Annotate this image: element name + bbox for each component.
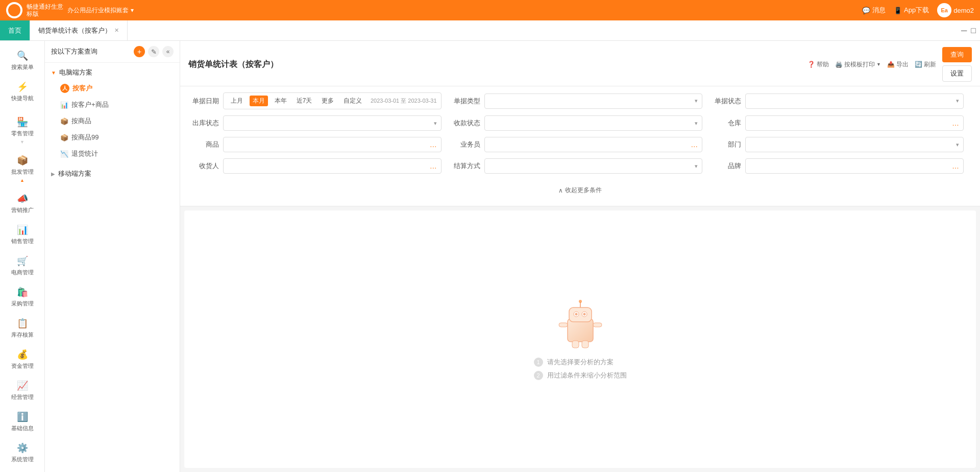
return-stats-icon: 📉 [60, 150, 68, 158]
user-profile[interactable]: Ea demo2 [937, 3, 974, 17]
query-button[interactable]: 查询 [942, 47, 972, 62]
report-area: 销货单统计表（按客户） ❓ 帮助 🖨️ 按模板打印 ▼ [180, 41, 980, 472]
window-minimize-icon[interactable]: ─ [961, 26, 967, 35]
print-button[interactable]: 🖨️ 按模板打印 ▼ [835, 60, 881, 69]
order-type-control[interactable]: ▾ [484, 93, 703, 109]
goods-control[interactable]: … [223, 137, 442, 152]
svg-rect-11 [582, 341, 589, 348]
schema-item-by-customer-goods[interactable]: 📊 按客户+商品 [45, 97, 180, 113]
filter-item-receiver: 收货人 … [188, 158, 450, 174]
export-button[interactable]: 📤 导出 [887, 60, 909, 69]
filter-item-goods: 商品 … [188, 137, 450, 152]
collapse-filters-button[interactable]: ∧ 收起更多条件 [555, 183, 605, 198]
warehouse-control[interactable]: … [745, 115, 964, 131]
filter-item-brand: 品牌 … [710, 158, 972, 174]
sidebar-item-retail[interactable]: 🏪 零售管理 ▼ [0, 111, 44, 150]
receiver-dots-icon[interactable]: … [430, 162, 437, 170]
warehouse-dots-icon[interactable]: … [952, 119, 959, 127]
date-btn-7days[interactable]: 近7天 [293, 96, 315, 106]
system-icon: ⚙️ [17, 442, 28, 454]
settings-button[interactable]: 设置 [942, 65, 972, 82]
help-button[interactable]: ❓ 帮助 [807, 60, 829, 69]
collapse-panel-button[interactable]: « [162, 46, 174, 57]
date-btn-this-year[interactable]: 本年 [272, 96, 290, 106]
left-panel: 按以下方案查询 + ✎ « ▼ 电脑端方案 人 按客户 [45, 41, 180, 472]
schema-group-mobile: ▶ 移动端方案 [45, 164, 180, 183]
account-selector[interactable]: 办公用品行业模拟账套 ▾ [67, 6, 134, 15]
date-btn-custom[interactable]: 自定义 [340, 96, 365, 106]
dept-chevron-icon: ▾ [956, 141, 959, 148]
salesperson-control[interactable]: … [484, 137, 703, 152]
sidebar-item-sales[interactable]: 📊 销售管理 [0, 219, 44, 250]
sidebar-item-search-menu[interactable]: 🔍 搜索菜单 [0, 45, 44, 76]
tab-home[interactable]: 首页 [0, 20, 30, 40]
add-schema-button[interactable]: + [134, 46, 145, 57]
ecommerce-icon: 🛒 [17, 255, 28, 267]
brand-label: 品牌 [710, 161, 741, 171]
sidebar-item-inventory[interactable]: 📋 库存核算 [0, 313, 44, 344]
report-toolbar: ❓ 帮助 🖨️ 按模板打印 ▼ 📤 导出 [807, 47, 972, 82]
app-download-button[interactable]: 📱 App下载 [894, 6, 929, 15]
window-maximize-icon[interactable]: □ [971, 26, 976, 35]
print-icon: 🖨️ [835, 61, 843, 68]
print-expand-icon: ▼ [876, 62, 881, 67]
message-button[interactable]: 💬 消息 [862, 6, 886, 15]
filter-item-order-type: 单据类型 ▾ [450, 93, 711, 109]
help-icon: ❓ [807, 61, 815, 68]
schema-group-desktop: ▼ 电脑端方案 人 按客户 📊 按客户+商品 📦 按商品 [45, 63, 180, 164]
receiver-control[interactable]: … [223, 158, 442, 174]
order-status-label: 单据状态 [710, 97, 741, 106]
schema-group-mobile-header[interactable]: ▶ 移动端方案 [45, 166, 180, 181]
date-range-control[interactable]: 上月 本月 本年 近7天 更多 自定义 2023-03-01 至 2023-03… [223, 92, 442, 109]
salesperson-dots-icon[interactable]: … [691, 140, 698, 149]
sidebar-item-ecommerce[interactable]: 🛒 电商管理 [0, 250, 44, 281]
wholesale-icon: 📦 [17, 155, 28, 166]
date-btn-this-month[interactable]: 本月 [250, 96, 268, 106]
settlement-label: 结算方式 [450, 161, 480, 171]
payment-control[interactable]: ▾ [484, 115, 703, 131]
edit-schema-button[interactable]: ✎ [148, 46, 159, 57]
dept-control[interactable]: ▾ [745, 137, 964, 152]
date-btn-last-month[interactable]: 上月 [228, 96, 246, 106]
sidebar-item-marketing[interactable]: 📣 营销推广 [0, 188, 44, 219]
payment-chevron-icon: ▾ [695, 120, 698, 127]
sidebar-item-operations[interactable]: 📈 经营管理 [0, 375, 44, 406]
sidebar-item-quick-nav[interactable]: ⚡ 快捷导航 [0, 76, 44, 107]
sales-icon: 📊 [17, 224, 28, 235]
brand-dots-icon[interactable]: … [952, 162, 959, 170]
order-status-control[interactable]: ▾ [745, 93, 964, 109]
sidebar-item-finance[interactable]: 💰 资金管理 [0, 344, 44, 375]
filter-item-dept: 部门 ▾ [710, 137, 972, 152]
schema-item-by-customer[interactable]: 人 按客户 [45, 80, 180, 97]
receiver-label: 收货人 [188, 161, 219, 171]
empty-illustration [550, 298, 611, 349]
sidebar-item-basic[interactable]: ℹ️ 基础信息 [0, 406, 44, 437]
sidebar-item-wholesale[interactable]: 📦 批发管理 ▲ [0, 150, 44, 188]
schema-group-desktop-header[interactable]: ▼ 电脑端方案 [45, 65, 180, 80]
filter-item-settlement: 结算方式 ▾ [450, 158, 711, 174]
tab-close-icon[interactable]: ✕ [114, 27, 119, 34]
order-status-chevron-icon: ▾ [956, 98, 959, 104]
sidebar-item-system[interactable]: ⚙️ 系统管理 [0, 437, 44, 468]
quick-nav-icon: ⚡ [17, 81, 28, 92]
outbound-control[interactable]: ▾ [223, 115, 442, 131]
report-header: 销货单统计表（按客户） ❓ 帮助 🖨️ 按模板打印 ▼ [180, 41, 980, 86]
basic-icon: ℹ️ [17, 411, 28, 422]
sidebar-item-purchase[interactable]: 🛍️ 采购管理 [0, 281, 44, 313]
tab-report[interactable]: 销货单统计表（按客户） ✕ [30, 20, 128, 40]
brand-control[interactable]: … [745, 158, 964, 174]
date-range-text: 2023-03-01 至 2023-03-31 [371, 97, 437, 105]
schema-item-return-stats[interactable]: 📉 退货统计 [45, 146, 180, 162]
refresh-button[interactable]: 🔄 刷新 [915, 60, 936, 69]
goods-dots-icon[interactable]: … [430, 140, 437, 149]
collapse-icon: ∧ [558, 187, 563, 194]
filter-item-salesperson: 业务员 … [450, 137, 711, 152]
date-btn-more[interactable]: 更多 [318, 96, 337, 106]
inventory-icon: 📋 [17, 318, 28, 329]
sidebar-item-corp[interactable]: 🤝 企业协同 [0, 468, 44, 472]
schema-item-by-goods[interactable]: 📦 按商品 [45, 113, 180, 129]
schema-item-by-goods-99[interactable]: 📦 按商品99 [45, 129, 180, 146]
operations-icon: 📈 [17, 380, 28, 391]
settlement-control[interactable]: ▾ [484, 158, 703, 174]
top-bar: 畅捷通好生意 标版 办公用品行业模拟账套 ▾ 💬 消息 📱 App下载 Ea d [0, 0, 980, 20]
